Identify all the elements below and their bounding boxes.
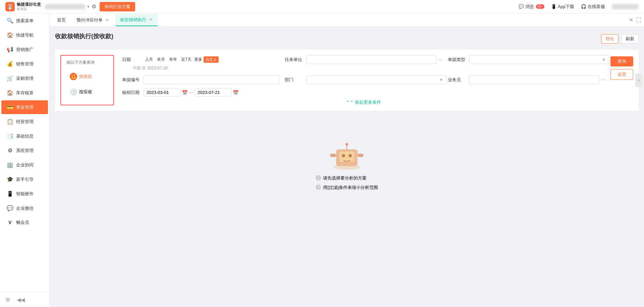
guide-icon: 🎓: [7, 176, 13, 183]
tab-receipt[interactable]: 收款核销执行 ✕: [115, 14, 158, 26]
empty-step-2: 2 用[过滤]条件来缩小分析范围: [316, 185, 378, 191]
system-icon: ⚙: [7, 147, 13, 154]
date-no-limit-label: 不限 至: [133, 66, 147, 70]
sidebar-label-guide: 新手引导: [16, 176, 34, 183]
tab-receipt-close-icon[interactable]: ✕: [148, 17, 153, 22]
sidebar-item-enterprise[interactable]: 🏢 企业协同: [1, 158, 48, 172]
verification-from-input[interactable]: [144, 88, 180, 97]
sidebar-item-hardware[interactable]: 📱 智能硬件: [1, 187, 48, 201]
sidebar-label-quick: 快捷导航: [16, 32, 34, 38]
svg-rect-2: [339, 152, 354, 162]
app-download-button[interactable]: 📱 App下载: [551, 4, 574, 10]
export-button[interactable]: 导出: [601, 34, 619, 44]
tab-fullscreen-icon[interactable]: ⛶: [636, 17, 641, 23]
empty-steps: 1 请先选择要分析的方案 2 用[过滤]条件来缩小分析范围: [316, 175, 378, 192]
query-button[interactable]: 查询: [610, 56, 633, 66]
calendar-from-icon[interactable]: 📅: [182, 90, 187, 95]
sidebar-label-enterprise: 企业协同: [16, 162, 34, 168]
svg-rect-8: [358, 154, 364, 157]
by-receivable-label: 按应收: [79, 89, 92, 95]
settings-gear-icon[interactable]: ⚙: [92, 3, 96, 10]
main-content: 首页 预付冲应付单 ✕ 收款核销执行 ✕ ✕ ⛶ 收款核销执行(按收款) 导出: [50, 13, 644, 307]
dropdown-arrow-icon[interactable]: ▾: [87, 4, 90, 9]
sidebar-item-wechat[interactable]: 💬 企业微信: [1, 201, 48, 215]
sidebar-item-system[interactable]: ⚙ 系统管理: [1, 144, 48, 157]
tab-close-all-icon[interactable]: ✕: [629, 17, 633, 23]
search-icon: 🔍: [7, 17, 13, 24]
online-service-button[interactable]: 🎧 在线客服: [581, 4, 605, 10]
filter-fields: 日期 上月 本月 本年 近7天 更多 自定义: [114, 55, 605, 105]
sidebar-label-sales: 销售管理: [16, 61, 34, 67]
sidebar-item-purchase[interactable]: 🛒 采购管理: [1, 71, 48, 85]
counterparty-input[interactable]: [306, 55, 436, 64]
counterparty-more-icon[interactable]: ···: [438, 57, 442, 63]
member-icon: V: [7, 220, 13, 225]
message-badge: 99+: [536, 4, 544, 9]
date-this-year[interactable]: 本年: [168, 56, 178, 63]
filter-option-by-receivable[interactable]: 🕐 按应收: [66, 86, 108, 98]
message-label: 消息: [525, 4, 534, 10]
solution-button[interactable]: 休闲行业方案: [100, 2, 135, 11]
filter-date-row: 日期 上月 本月 本年 近7天 更多 自定义: [122, 55, 279, 64]
salesperson-more-icon[interactable]: ···: [601, 77, 605, 83]
sidebar-label-basic: 基础信息: [16, 133, 34, 139]
sidebar-item-guide[interactable]: 🎓 新手引导: [1, 172, 48, 186]
sidebar-item-inventory[interactable]: 🏠 库存核算: [1, 86, 48, 100]
sidebar-item-quick[interactable]: 🏠 快捷导航: [1, 28, 48, 42]
sidebar-item-sales[interactable]: 💰 销售管理: [1, 57, 48, 71]
collapse-sidebar-icon[interactable]: ◀◀: [17, 297, 25, 303]
filter-salesperson-row: 业务员 ···: [448, 75, 605, 84]
date-custom-btn[interactable]: 自定义: [204, 56, 219, 63]
top-bar: 🐰 畅捷通好生意 标准版 ▾ ⚙ 休闲行业方案 💬 消息 99+ 📱 App下载…: [0, 0, 644, 13]
setting-button[interactable]: 设置: [610, 69, 633, 80]
filter-options-panel: 按以下方案查询 💰 按收款 🕐 按应收: [60, 55, 114, 105]
department-select[interactable]: [306, 75, 446, 84]
online-service-label: 在线客服: [588, 4, 605, 10]
tab-prepay-label: 预付冲应付单: [76, 17, 103, 23]
doctype-select[interactable]: [469, 55, 609, 64]
layout: 🔍 搜索菜单 🏠 快捷导航 📢 营销推广 💰 销售管理 🛒 采购管理 🏠 库存核…: [0, 13, 644, 307]
date-7days[interactable]: 近7天: [180, 56, 193, 63]
date-label: 日期: [122, 57, 141, 63]
salesperson-label: 业务员: [448, 77, 467, 83]
sidebar-item-marketing[interactable]: 📢 营销推广: [1, 43, 48, 56]
sidebar-item-member[interactable]: V 畅会员: [1, 216, 48, 229]
download-icon: 📱: [551, 4, 556, 9]
wechat-icon: 💬: [7, 205, 13, 211]
date-more[interactable]: 更多: [194, 57, 202, 62]
tab-receipt-label: 收款核销执行: [120, 17, 146, 23]
sidebar-label-wechat: 企业微信: [16, 205, 34, 211]
tab-prepay-close-icon[interactable]: ✕: [105, 18, 109, 22]
sidebar: 🔍 搜索菜单 🏠 快捷导航 📢 营销推广 💰 销售管理 🛒 采购管理 🏠 库存核…: [0, 13, 50, 307]
tab-home[interactable]: 首页: [52, 14, 70, 26]
sidebar-item-management[interactable]: 📋 经营管理: [1, 115, 48, 129]
counterparty-label: 往来单位: [285, 57, 304, 63]
message-button[interactable]: 💬 消息 99+: [519, 4, 544, 10]
sidebar-item-search[interactable]: 🔍 搜索菜单: [1, 14, 48, 28]
tab-prepay[interactable]: 预付冲应付单 ✕: [72, 14, 114, 26]
filter-collapse-button[interactable]: «: [635, 73, 643, 87]
sidebar-label-hardware: 智能硬件: [16, 191, 34, 197]
date-last-month[interactable]: 上月: [144, 56, 154, 63]
calendar-to-icon[interactable]: 📅: [233, 90, 238, 95]
filter-option-by-receipt[interactable]: 💰 按收款: [66, 71, 108, 82]
logo-icon: 🐰: [5, 2, 15, 11]
sidebar-item-capital[interactable]: 💳 资金管理: [1, 100, 48, 114]
refresh-button[interactable]: 刷新: [621, 34, 639, 44]
date-this-month[interactable]: 本月: [156, 56, 166, 63]
sidebar-item-basic[interactable]: 📑 基础信息: [1, 129, 48, 143]
docno-input[interactable]: [144, 75, 279, 84]
page-title: 收款核销执行(按收款): [55, 32, 113, 40]
empty-state: 1 请先选择要分析的方案 2 用[过滤]条件来缩小分析范围: [55, 138, 639, 192]
salesperson-input[interactable]: [469, 75, 599, 84]
sidebar-label-search: 搜索菜单: [16, 18, 34, 24]
settings-bottom-icon[interactable]: ⚙: [5, 297, 10, 303]
verification-to-input[interactable]: [195, 88, 231, 97]
date-range-dash: —: [189, 90, 193, 95]
sidebar-label-capital: 资金管理: [16, 104, 34, 110]
enterprise-icon: 🏢: [7, 162, 13, 168]
collapse-more-button[interactable]: ⌃⌃ 收起更多条件: [346, 99, 381, 105]
tab-bar: 首页 预付冲应付单 ✕ 收款核销执行 ✕ ✕ ⛶: [50, 13, 644, 27]
filter-doctype-row: 单据类型 ▾: [448, 55, 605, 64]
sidebar-label-purchase: 采购管理: [16, 75, 34, 82]
